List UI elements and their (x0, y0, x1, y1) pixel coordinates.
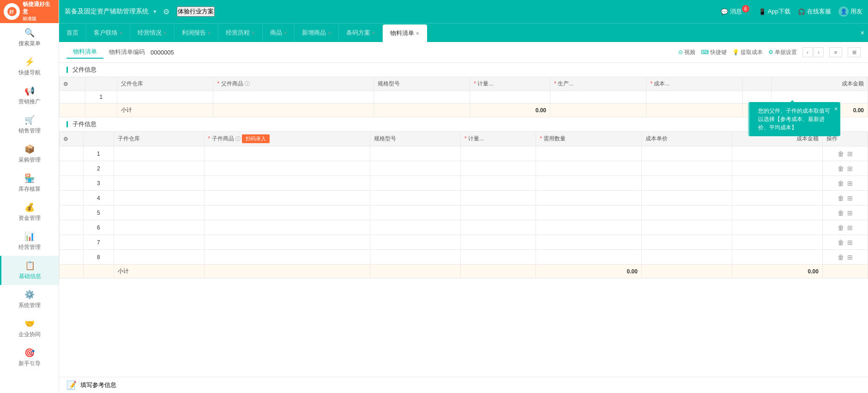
menu-icon[interactable]: ≡ (829, 47, 842, 57)
sidebar-item-system[interactable]: ⚙️ 系统管理 (0, 285, 59, 314)
tab-home[interactable]: 首页 (59, 24, 86, 42)
parent-table-scroll[interactable]: ⚙ 父件仓库 * 父件商品 ⓘ 规格型号 (59, 77, 868, 117)
copy-btn-8[interactable]: ⊞ (847, 254, 853, 261)
delete-btn-5[interactable]: 🗑 (838, 209, 844, 217)
user-action[interactable]: 👤 用友 (838, 6, 862, 17)
child-row3-unit[interactable] (460, 176, 536, 191)
tab-customer-close[interactable]: × (120, 30, 122, 36)
close-all-tabs[interactable]: × (857, 25, 868, 40)
sidebar-item-marketing[interactable]: 📢 营销推广 (0, 81, 59, 110)
message-action[interactable]: 💬 消息 6 (721, 7, 751, 16)
child-row6-spec[interactable] (370, 220, 460, 235)
tab-history[interactable]: 经营历程 × (218, 24, 262, 42)
child-row1-spec[interactable] (370, 146, 460, 161)
child-row8-qty[interactable] (536, 250, 642, 265)
delete-btn-6[interactable]: 🗑 (838, 224, 844, 231)
tab-barcode[interactable]: 条码方案 × (339, 24, 383, 42)
prev-arrow[interactable]: ‹ (802, 47, 813, 57)
child-row6-unit[interactable] (460, 220, 536, 235)
child-row8-unit-price[interactable] (641, 250, 732, 265)
child-row5-spec[interactable] (370, 206, 460, 220)
tab-profit[interactable]: 利润报告 × (175, 24, 218, 42)
child-row5-unit-price[interactable] (641, 206, 732, 220)
child-row8-goods[interactable] (204, 250, 370, 265)
child-row7-qty[interactable] (536, 235, 642, 250)
child-row7-goods[interactable] (204, 235, 370, 250)
parent-row1-spec[interactable] (374, 91, 470, 103)
child-row7-warehouse[interactable] (114, 235, 204, 250)
settings-gear-icon[interactable]: ⚙ (163, 7, 169, 16)
delete-btn-4[interactable]: 🗑 (838, 194, 844, 202)
tab-new-goods[interactable]: 新增商品 × (295, 24, 338, 42)
online-support-action[interactable]: 🎧 在线客服 (798, 7, 831, 16)
child-row4-qty[interactable] (536, 191, 642, 206)
delete-btn-2[interactable]: 🗑 (838, 165, 844, 172)
tab-new-goods-close[interactable]: × (328, 30, 331, 36)
copy-btn-5[interactable]: ⊞ (847, 209, 853, 217)
child-goods-info-icon[interactable]: ⓘ (235, 136, 241, 141)
child-row6-qty[interactable] (536, 220, 642, 235)
child-row6-unit-price[interactable] (641, 220, 732, 235)
child-row5-unit[interactable] (460, 206, 536, 220)
child-row3-qty[interactable] (536, 176, 642, 191)
extract-cost-action[interactable]: 💡 提取成本 (732, 48, 763, 56)
child-row4-unit-price[interactable] (641, 191, 732, 206)
tab-operations-close[interactable]: × (163, 30, 166, 36)
child-row8-warehouse[interactable] (114, 250, 204, 265)
child-row2-unit-price[interactable] (641, 161, 732, 176)
sidebar-item-quick-nav[interactable]: ⚡ 快捷导航 (0, 52, 59, 81)
sidebar-item-purchase[interactable]: 📦 采购管理 (0, 139, 59, 169)
child-row2-unit[interactable] (460, 161, 536, 176)
child-row7-unit[interactable] (460, 235, 536, 250)
child-row5-qty[interactable] (536, 206, 642, 220)
tab-profit-close[interactable]: × (208, 30, 211, 36)
child-row5-warehouse[interactable] (114, 206, 204, 220)
sub-tab-bom[interactable]: 物料清单 (66, 46, 103, 59)
child-row3-goods[interactable] (204, 176, 370, 191)
child-row2-qty[interactable] (536, 161, 642, 176)
copy-btn-6[interactable]: ⊞ (847, 224, 853, 231)
child-row2-spec[interactable] (370, 161, 460, 176)
copy-btn-7[interactable]: ⊞ (847, 239, 853, 246)
tab-operations[interactable]: 经营情况 × (130, 24, 174, 42)
delete-btn-3[interactable]: 🗑 (838, 180, 844, 187)
sidebar-item-guide[interactable]: 🎯 新手引导 (0, 343, 59, 372)
parent-row1-produce[interactable] (550, 91, 646, 103)
child-row1-unit[interactable] (460, 146, 536, 161)
sidebar-item-search[interactable]: 🔍 搜索菜单 (0, 23, 59, 52)
sidebar-item-enterprise[interactable]: 🤝 企业协同 (0, 314, 59, 343)
parent-row1-unit[interactable] (470, 91, 550, 103)
child-row2-warehouse[interactable] (114, 161, 204, 176)
copy-btn-1[interactable]: ⊞ (847, 150, 853, 157)
expand-icon[interactable]: ⊞ (848, 47, 861, 57)
tab-goods-close[interactable]: × (284, 30, 287, 36)
app-download-action[interactable]: 📱 App下载 (759, 7, 790, 16)
parent-row1-cost[interactable] (646, 91, 742, 103)
sidebar-item-sales[interactable]: 🛒 销售管理 (0, 110, 59, 139)
sidebar-item-inventory[interactable]: 🏪 库存核算 (0, 169, 59, 198)
child-row8-unit[interactable] (460, 250, 536, 265)
copy-btn-4[interactable]: ⊞ (847, 194, 853, 202)
child-row1-unit-price[interactable] (641, 146, 732, 161)
scan-button[interactable]: 扫码录入 (242, 134, 270, 143)
parent-row1-warehouse[interactable] (117, 91, 213, 103)
tab-bom-close[interactable]: × (416, 30, 419, 36)
try-button[interactable]: 体验行业方案 (177, 6, 215, 17)
copy-btn-2[interactable]: ⊞ (847, 165, 853, 172)
parent-row1-goods[interactable] (213, 91, 374, 103)
child-row4-spec[interactable] (370, 191, 460, 206)
copy-btn-3[interactable]: ⊞ (847, 180, 853, 187)
child-table-scroll[interactable]: ⚙ 子件仓库 * 子件商品 ⓘ 扫码录入 规格型号 * 计量. (59, 131, 868, 377)
sidebar-item-basic-info[interactable]: 📋 基础信息 (0, 256, 59, 285)
child-row5-goods[interactable] (204, 206, 370, 220)
child-row3-unit-price[interactable] (641, 176, 732, 191)
child-row3-warehouse[interactable] (114, 176, 204, 191)
delete-btn-1[interactable]: 🗑 (838, 150, 844, 157)
child-row4-goods[interactable] (204, 191, 370, 206)
sidebar-item-operations[interactable]: 📊 经营管理 (0, 227, 59, 256)
parent-goods-info-icon[interactable]: ⓘ (245, 81, 250, 86)
next-arrow[interactable]: › (814, 47, 824, 57)
child-col-settings[interactable]: ⚙ (60, 132, 84, 146)
video-action[interactable]: ⊙ 视频 (678, 48, 695, 56)
tab-barcode-close[interactable]: × (372, 30, 375, 36)
